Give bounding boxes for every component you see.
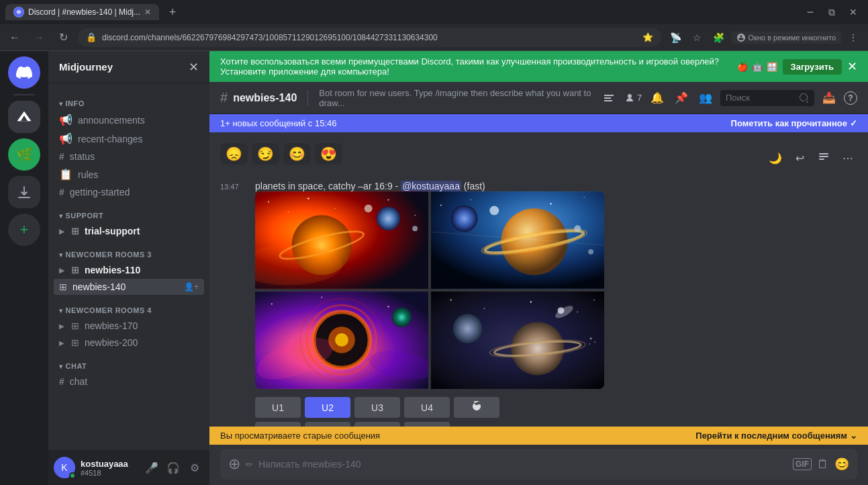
forward-btn[interactable]: → xyxy=(30,28,48,47)
message-mention[interactable]: @kostuayaaa xyxy=(401,181,461,191)
category-newcomer3[interactable]: ▾ NEWCOMER ROOMS 3 xyxy=(48,240,209,261)
user-controls: 🎤 🎧 ⚙ xyxy=(142,458,204,477)
message-time: 13:47 xyxy=(220,183,239,191)
channel-name: chat xyxy=(70,376,87,387)
banner-close-btn[interactable]: ✕ xyxy=(847,59,857,74)
svg-rect-3 xyxy=(819,156,828,157)
category-newcomer4[interactable]: ▾ NEWCOMER ROOMS 4 xyxy=(48,296,209,317)
category-arrow: ▾ xyxy=(59,100,63,107)
thread-btn[interactable] xyxy=(599,89,618,107)
u1-btn[interactable]: U1 xyxy=(255,397,301,418)
channel-name: status xyxy=(70,151,95,162)
new-messages-banner[interactable]: 1+ новых сообщений с 15:46 Пометить как … xyxy=(209,114,868,132)
bookmark-icon[interactable]: ☆ xyxy=(688,28,707,47)
u2-btn[interactable]: U2 xyxy=(305,397,350,418)
expand-icon-200: ▶ xyxy=(59,339,64,347)
search-box[interactable]: Поиск xyxy=(720,90,814,106)
reply-btn[interactable]: ↩ xyxy=(790,148,809,167)
svg-rect-2 xyxy=(819,153,828,155)
add-server-btn[interactable]: + xyxy=(8,214,40,246)
image-cell-3[interactable] xyxy=(255,292,428,389)
add-attachment-btn[interactable]: ⊕ xyxy=(228,455,240,473)
extensions-icon[interactable]: 🧩 xyxy=(710,28,728,47)
category-info[interactable]: ▾ INFO xyxy=(48,89,209,110)
grid-channel-icon: ⊞ xyxy=(71,226,79,236)
active-tab[interactable]: Discord | #newbies-140 | Midj... ✕ xyxy=(5,4,159,20)
emoji-btn[interactable]: 😊 xyxy=(834,457,849,472)
channel-trial-support[interactable]: ▶ ⊞ trial-support xyxy=(54,223,204,239)
refresh-btn[interactable]: ↻ xyxy=(54,28,73,47)
v4-btn[interactable]: V4 xyxy=(404,422,450,427)
emoji-love[interactable]: 😍 xyxy=(315,143,342,165)
tab-close-btn[interactable]: ✕ xyxy=(144,7,151,17)
channel-getting-started[interactable]: # getting-started xyxy=(54,184,204,200)
more-btn[interactable]: ⋯ xyxy=(838,148,857,167)
channel-newbies-110[interactable]: ▶ ⊞ newbies-110 xyxy=(54,262,204,278)
svg-point-41 xyxy=(391,307,412,327)
gif-btn[interactable]: GIF xyxy=(793,458,812,470)
download-btn[interactable]: Загрузить xyxy=(783,59,842,75)
channel-recent-changes[interactable]: 📢 recent-changes xyxy=(54,130,204,148)
category-support[interactable]: ▾ SUPPORT xyxy=(48,201,209,222)
discord-home-btn[interactable] xyxy=(8,56,40,89)
back-btn[interactable]: ← xyxy=(5,28,24,47)
pin-btn[interactable]: 📌 xyxy=(672,89,691,107)
notification-btn[interactable]: 🔔 xyxy=(648,89,667,107)
close-btn[interactable]: ✕ xyxy=(844,3,863,21)
moon-btn[interactable]: 🌙 xyxy=(766,148,785,167)
channel-list: ▾ INFO 📢 announcements 📢 recent-changes … xyxy=(48,83,209,450)
u3-btn[interactable]: U3 xyxy=(354,397,400,418)
channel-rules[interactable]: 📋 rules xyxy=(54,165,204,183)
channel-newbies-140[interactable]: ⊞ newbies-140 👤+ xyxy=(54,279,204,295)
channel-announcements[interactable]: 📢 announcements xyxy=(54,111,204,129)
image-cell-4[interactable] xyxy=(431,292,604,389)
address-bar[interactable]: 🔒 discord.com/channels/66226797698429747… xyxy=(78,28,661,47)
minimize-btn[interactable]: − xyxy=(801,3,820,21)
members-btn[interactable]: 👥 xyxy=(696,89,715,107)
jump-latest-btn[interactable]: Перейти к последним сообщениям ⌄ xyxy=(695,431,857,441)
inbox-btn[interactable]: 📥 xyxy=(820,89,838,107)
new-tab-btn[interactable]: + xyxy=(163,3,182,21)
jump-latest-label: Перейти к последним сообщениям xyxy=(695,431,847,441)
channel-chat[interactable]: # chat xyxy=(54,373,204,390)
cast-icon[interactable]: 📡 xyxy=(667,28,685,47)
message-content: planets in space, catchy –ar 16:9 - @kos… xyxy=(255,181,857,427)
server-list: 🌿 + xyxy=(0,51,48,485)
channel-status[interactable]: # status xyxy=(54,148,204,165)
v1-btn[interactable]: V1 xyxy=(255,422,301,427)
help-btn[interactable]: ? xyxy=(844,91,857,105)
server-midjourney[interactable] xyxy=(8,101,40,133)
channel-name: rules xyxy=(78,169,98,180)
emoji-smile[interactable]: 😊 xyxy=(283,143,311,165)
emoji-smirk[interactable]: 😏 xyxy=(252,143,279,165)
channel-newbies-200[interactable]: ▶ ⊞ newbies-200 xyxy=(54,335,204,351)
search-placeholder: Поиск xyxy=(726,93,797,103)
channel-name: newbies-110 xyxy=(85,265,140,275)
headphone-btn[interactable]: 🎧 xyxy=(164,458,183,477)
u4-btn[interactable]: U4 xyxy=(404,397,450,418)
server-menu-icon: ✕ xyxy=(189,60,199,75)
server-header[interactable]: Midjourney ✕ xyxy=(48,51,209,83)
member-count-btn[interactable]: 7 xyxy=(624,89,642,107)
restore-btn[interactable]: ⧉ xyxy=(822,3,841,21)
refresh-btn[interactable] xyxy=(454,397,499,418)
v2-btn[interactable]: V2 xyxy=(305,422,350,427)
mark-read-btn[interactable]: Пометить как прочитанное ✓ xyxy=(731,118,857,128)
menu-btn[interactable]: ⋮ xyxy=(844,28,863,47)
v3-btn[interactable]: V3 xyxy=(354,422,400,427)
image-cell-1[interactable] xyxy=(255,191,428,289)
emoji-sad[interactable]: 😞 xyxy=(220,143,248,165)
svg-point-16 xyxy=(412,226,418,231)
u-buttons-row: U1 U2 U3 U4 xyxy=(255,397,857,418)
sticker-btn[interactable]: 🗒 xyxy=(817,457,829,472)
settings-btn[interactable]: ⚙ xyxy=(185,458,204,477)
image-cell-2[interactable] xyxy=(431,191,604,289)
server-green[interactable]: 🌿 xyxy=(8,138,40,171)
svg-point-55 xyxy=(558,307,565,314)
mic-btn[interactable]: 🎤 xyxy=(142,458,161,477)
thread-create-btn[interactable] xyxy=(814,148,833,167)
channel-newbies-170[interactable]: ▶ ⊞ newbies-170 xyxy=(54,318,204,334)
message-input[interactable]: Написать #newbies-140 xyxy=(258,459,787,470)
category-chat[interactable]: ▾ CHAT xyxy=(48,351,209,373)
server-download[interactable] xyxy=(8,176,40,208)
